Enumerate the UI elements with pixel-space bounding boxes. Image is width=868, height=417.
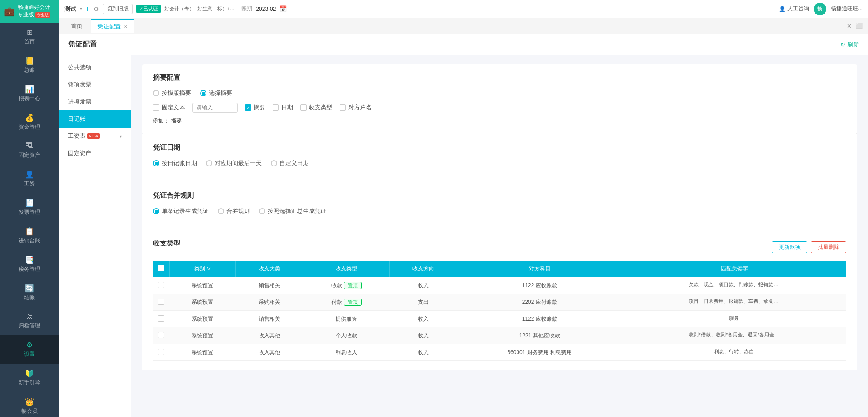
refresh-btn[interactable]: ↻ 刷新: [840, 41, 859, 49]
row-check-box[interactable]: [158, 282, 164, 288]
row-check-box[interactable]: [158, 332, 164, 338]
sidebar-item-settings[interactable]: ⚙ 设置: [0, 335, 59, 364]
nav-item-purchase-invoice[interactable]: 进项发票: [59, 93, 131, 110]
checkbox-pay-type[interactable]: 收支类型: [300, 104, 332, 112]
reset-tag[interactable]: 置顶: [344, 282, 362, 289]
sidebar-item-salary[interactable]: 👤 工资: [0, 165, 59, 193]
sidebar-item-label: 总账: [24, 66, 35, 74]
sidebar-item-asset[interactable]: 🏗 固定资产: [0, 137, 59, 165]
sidebar-item-archive[interactable]: 🗂 归档管理: [0, 307, 59, 335]
sidebar-item-newguide[interactable]: 🔰 新手引导: [0, 364, 59, 392]
checkbox-fixed-text[interactable]: 固定文本: [153, 104, 185, 112]
radio-single[interactable]: 单条记录生成凭证: [153, 207, 209, 215]
sidebar-item-label: 畅会员: [21, 408, 38, 415]
asset-icon: 🏗: [26, 142, 33, 150]
row-keywords: 欠款、现金、项目款、到账款、报销款、汇入、...: [622, 277, 846, 294]
tax-icon: 📑: [25, 256, 34, 264]
nav-item-salary-table[interactable]: 工资表 NEW ▾: [59, 128, 131, 145]
radio-merge-rule[interactable]: 合并规则: [218, 207, 250, 215]
help-btn[interactable]: 👤 人工咨询: [779, 5, 809, 13]
sidebar-item-label: 归档管理: [19, 322, 40, 330]
row-check-box[interactable]: [158, 315, 164, 322]
radio-select-total[interactable]: 按照选择汇总生成凭证: [259, 207, 326, 215]
tab-voucher-config-label: 凭证配置: [97, 23, 121, 31]
tab-home-label: 首页: [71, 22, 82, 30]
voucher-date-title: 凭证日期: [153, 143, 846, 152]
tabbar: 首页 凭证配置 ✕ ✕ ⬜: [59, 18, 868, 34]
row-check-box[interactable]: [158, 299, 164, 305]
sidebar-item-fund[interactable]: 💰 资金管理: [0, 108, 59, 137]
period-value: 2023-02: [256, 6, 276, 12]
app-logo: 💼 畅捷通好会计 专业版 专业版: [0, 0, 59, 23]
ledger-icon: 📒: [25, 57, 34, 65]
sidebar-item-ledger[interactable]: 📒 总账: [0, 51, 59, 80]
switch-old-btn[interactable]: 切到旧版: [103, 4, 133, 14]
checkbox-date[interactable]: 日期: [273, 104, 293, 112]
topbar-title: 测试: [64, 5, 76, 13]
settle-icon: 🔄: [25, 284, 34, 293]
radio-select[interactable]: 选择摘要: [200, 89, 232, 97]
pay-type-checkbox-box: [300, 104, 307, 111]
newguide-icon: 🔰: [25, 369, 34, 378]
sidebar-item-label: 新手引导: [19, 379, 40, 387]
page-header: 凭证配置 ↻ 刷新: [59, 34, 868, 55]
sidebar-item-member[interactable]: 👑 畅会员: [0, 392, 59, 417]
window-maximize-icon[interactable]: ⬜: [855, 23, 863, 29]
update-btn[interactable]: 更新款项: [772, 241, 807, 253]
table-row: 系统预置 销售相关 收款 置顶 收入 1122 应收账款 欠款、现金、项目款、到…: [153, 277, 846, 294]
row-checkbox[interactable]: [153, 344, 169, 361]
nav-item-sales-invoice[interactable]: 销项发票: [59, 76, 131, 93]
sidebar-item-tax[interactable]: 📑 税务管理: [0, 250, 59, 279]
sidebar-item-report[interactable]: 📊 报表中心: [0, 80, 59, 108]
user-avatar[interactable]: 畅: [814, 3, 826, 15]
row-checkbox[interactable]: [153, 277, 169, 294]
calendar-icon[interactable]: 📅: [279, 5, 287, 12]
topbar-dropdown-arrow[interactable]: ▾: [80, 6, 82, 11]
reset-tag[interactable]: 置顶: [344, 299, 362, 306]
sidebar-item-home[interactable]: ⊞ 首页: [0, 23, 59, 51]
radio-custom-date[interactable]: 自定义日期: [271, 159, 309, 167]
col-checkbox[interactable]: [153, 261, 169, 277]
col-category: 类别 ∨: [169, 261, 236, 277]
radio-journal-date[interactable]: 按日记账日期: [153, 159, 197, 167]
row-major: 销售相关: [236, 277, 303, 294]
sidebar-item-purchase[interactable]: 📋 进销台账: [0, 222, 59, 250]
page-wrapper: 凭证配置 ↻ 刷新 公共选项 销项发票 进项发票: [59, 34, 868, 417]
select-all-checkbox[interactable]: [158, 265, 164, 271]
row-checkbox[interactable]: [153, 327, 169, 344]
logo-name: 畅捷通好会计: [18, 4, 50, 11]
checkbox-counterpart[interactable]: 对方户名: [340, 104, 372, 112]
sidebar-item-label: 工资: [24, 180, 35, 188]
row-subject: 660301 财务费用 利息费用: [457, 344, 622, 361]
summary-radio-group: 按模版摘要 选择摘要: [153, 89, 846, 97]
table-row: 系统预置 销售相关 提供服务 收入 1122 应收账款 服务: [153, 311, 846, 327]
summary-checkbox-row: 固定文本 ✓ 摘要 日期: [153, 103, 846, 113]
nav-item-fixed-asset[interactable]: 固定资产: [59, 145, 131, 162]
help-icon: 👤: [779, 6, 786, 12]
topbar-add-icon[interactable]: +: [86, 5, 90, 13]
radio-template[interactable]: 按模版摘要: [153, 89, 191, 97]
tab-close-icon[interactable]: ✕: [124, 24, 127, 29]
row-subject: 1122 应收账款: [457, 277, 622, 294]
window-close-icon[interactable]: ✕: [847, 23, 852, 29]
topbar-gear-icon[interactable]: ⚙: [93, 5, 99, 13]
archive-icon: 🗂: [26, 313, 33, 321]
row-checkbox[interactable]: [153, 294, 169, 311]
nav-item-public[interactable]: 公共选项: [59, 59, 131, 76]
row-checkbox[interactable]: [153, 311, 169, 327]
tab-voucher-config[interactable]: 凭证配置 ✕: [91, 19, 134, 33]
tab-home[interactable]: 首页: [64, 19, 89, 33]
radio-select-circle: [200, 90, 206, 96]
nav-item-journal[interactable]: 日记账: [59, 110, 131, 128]
logo-icon: 💼: [4, 6, 15, 17]
row-subject: 1122 应收账款: [457, 311, 622, 327]
radio-period-last[interactable]: 对应期间最后一天: [206, 159, 262, 167]
sidebar-item-settle[interactable]: 🔄 结账: [0, 279, 59, 307]
delete-btn[interactable]: 批量删除: [811, 241, 846, 253]
row-check-box[interactable]: [158, 349, 164, 355]
checkbox-summary[interactable]: ✓ 摘要: [245, 104, 265, 112]
new-badge: NEW: [87, 133, 100, 139]
fixed-text-input[interactable]: [192, 103, 238, 113]
sidebar-item-invoice[interactable]: 🧾 发票管理: [0, 193, 59, 222]
member-icon: 👑: [25, 398, 34, 406]
